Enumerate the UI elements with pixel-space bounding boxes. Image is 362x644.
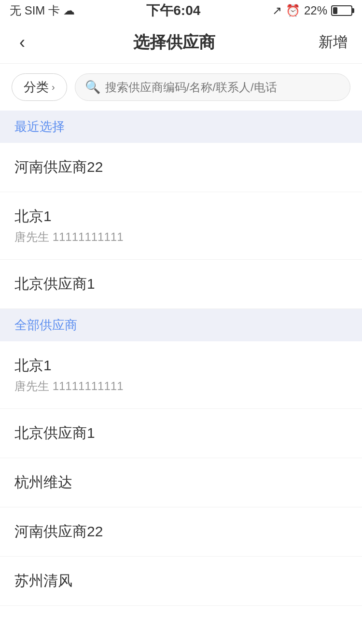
list-item[interactable]: 北京1唐先生 11111111111 bbox=[0, 192, 362, 260]
battery-percent: 22% bbox=[304, 4, 327, 17]
alarm-icon: ⏰ bbox=[286, 4, 300, 17]
chevron-right-icon: › bbox=[52, 82, 55, 93]
list-item[interactable]: 河南供应商22 bbox=[0, 507, 362, 557]
battery-icon bbox=[331, 5, 352, 16]
list-item[interactable]: 河南供应商22 bbox=[0, 143, 362, 192]
recent-section-label: 最近选择 bbox=[14, 119, 65, 134]
recent-items-list: 河南供应商22北京1唐先生 11111111111北京供应商1 bbox=[0, 143, 362, 309]
status-bar: 无 SIM 卡 ☁ 下午6:04 ↗ ⏰ 22% bbox=[0, 0, 362, 21]
add-button[interactable]: 新增 bbox=[319, 32, 348, 52]
search-input[interactable] bbox=[105, 81, 340, 94]
item-name: 杭州维达 bbox=[14, 473, 348, 492]
all-section-header: 全部供应商 bbox=[0, 309, 362, 341]
page-title: 选择供应商 bbox=[133, 31, 215, 54]
search-box: 🔍 bbox=[75, 73, 350, 101]
status-right: ↗ ⏰ 22% bbox=[272, 4, 352, 17]
item-name: 河南供应商22 bbox=[14, 157, 348, 177]
list-item[interactable]: 北京供应商1 bbox=[0, 260, 362, 309]
item-name: 河南供应商22 bbox=[14, 522, 348, 542]
item-name: 北京1 bbox=[14, 356, 348, 376]
item-sub: 唐先生 11111111111 bbox=[14, 378, 348, 394]
item-name: 北京供应商1 bbox=[14, 423, 348, 443]
status-left: 无 SIM 卡 ☁ bbox=[10, 3, 75, 18]
back-button[interactable]: ‹ bbox=[14, 28, 30, 57]
item-name: 北京1 bbox=[14, 207, 348, 226]
category-label: 分类 bbox=[24, 79, 49, 96]
status-time: 下午6:04 bbox=[146, 1, 200, 20]
category-button[interactable]: 分类 › bbox=[12, 73, 67, 101]
all-items-list: 北京1唐先生 11111111111北京供应商1杭州维达河南供应商22苏州清风 bbox=[0, 341, 362, 606]
item-sub: 唐先生 11111111111 bbox=[14, 229, 348, 245]
item-name: 苏州清风 bbox=[14, 571, 348, 591]
nav-bar: ‹ 选择供应商 新增 bbox=[0, 21, 362, 64]
location-icon: ↗ bbox=[272, 4, 282, 17]
list-item[interactable]: 苏州清风 bbox=[0, 557, 362, 606]
recent-section-header: 最近选择 bbox=[0, 111, 362, 143]
filter-bar: 分类 › 🔍 bbox=[0, 64, 362, 111]
list-item[interactable]: 杭州维达 bbox=[0, 458, 362, 507]
item-name: 北京供应商1 bbox=[14, 274, 348, 294]
list-item[interactable]: 北京供应商1 bbox=[0, 409, 362, 458]
all-section-label: 全部供应商 bbox=[14, 318, 77, 332]
no-sim-label: 无 SIM 卡 ☁ bbox=[10, 3, 75, 18]
list-item[interactable]: 北京1唐先生 11111111111 bbox=[0, 341, 362, 409]
search-icon: 🔍 bbox=[85, 80, 100, 95]
